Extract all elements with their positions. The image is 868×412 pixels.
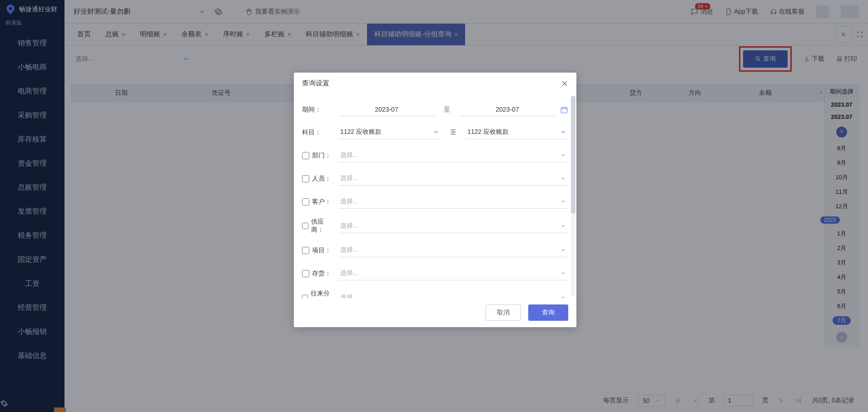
filter-select[interactable]: 选择...	[338, 219, 568, 233]
filter-row: 往来分类：选择...	[302, 285, 568, 298]
filter-checkbox[interactable]	[302, 222, 308, 230]
filter-select[interactable]: 选择...	[338, 266, 568, 280]
filter-row: 供应商：选择...	[302, 213, 568, 239]
filter-row: 部门：选择...	[302, 144, 568, 167]
period-row: 期间： 2023-07 至 2023-07	[302, 98, 568, 121]
filter-checkbox[interactable]	[302, 175, 309, 182]
chevron-down-icon	[560, 270, 566, 276]
cancel-button[interactable]: 取消	[486, 304, 521, 321]
filter-label[interactable]: 客户：	[302, 198, 334, 206]
filter-select[interactable]: 选择...	[338, 148, 568, 162]
filter-select[interactable]: 选择...	[338, 291, 568, 299]
filter-checkbox[interactable]	[302, 270, 309, 277]
filter-select[interactable]: 选择...	[338, 195, 568, 209]
filter-row: 客户：选择...	[302, 190, 568, 213]
chevron-down-icon	[560, 129, 566, 135]
filter-label[interactable]: 供应商：	[302, 218, 334, 234]
chevron-down-icon	[560, 294, 566, 299]
chevron-down-icon	[560, 223, 566, 229]
period-from-field[interactable]: 2023-07	[338, 103, 435, 116]
period-to-field[interactable]: 2023-07	[459, 103, 556, 116]
filter-label[interactable]: 项目：	[302, 246, 334, 255]
filter-label[interactable]: 存货：	[302, 270, 334, 278]
filter-checkbox[interactable]	[302, 294, 308, 298]
filter-row: 项目：选择...	[302, 239, 568, 262]
period-sep: 至	[439, 106, 455, 114]
filter-select[interactable]: 选择...	[338, 243, 568, 257]
filter-label[interactable]: 部门：	[302, 152, 334, 160]
subject-from-field[interactable]: 1122 应收账款	[338, 125, 441, 139]
filter-select[interactable]: 选择...	[338, 172, 568, 186]
confirm-query-button[interactable]: 查询	[528, 304, 568, 321]
filter-label[interactable]: 人员：	[302, 175, 334, 183]
filter-label[interactable]: 往来分类：	[302, 289, 334, 298]
modal-title: 查询设置	[302, 79, 329, 88]
modal-close-button[interactable]	[561, 80, 568, 87]
filter-checkbox[interactable]	[302, 152, 309, 159]
close-icon	[561, 80, 568, 87]
subject-sep: 至	[446, 128, 461, 137]
filter-row: 人员：选择...	[302, 167, 568, 190]
svg-rect-2	[561, 107, 567, 113]
filter-checkbox[interactable]	[302, 247, 309, 254]
subject-label: 科目：	[302, 128, 334, 137]
filter-row: 存货：选择...	[302, 262, 568, 285]
chevron-down-icon	[560, 175, 566, 181]
calendar-icon[interactable]	[560, 106, 568, 114]
chevron-down-icon	[560, 247, 566, 253]
chevron-down-icon	[433, 129, 439, 135]
subject-to-field[interactable]: 1122 应收账款	[466, 125, 568, 139]
chevron-down-icon	[560, 198, 566, 205]
query-settings-modal: 查询设置 期间： 2023-07 至 2023-07 科目： 1122 应收账款…	[294, 73, 576, 327]
chevron-down-icon	[560, 152, 566, 158]
period-label: 期间：	[302, 106, 334, 114]
subject-row: 科目： 1122 应收账款 至 1122 应收账款	[302, 121, 568, 144]
scrollbar-thumb[interactable]	[571, 96, 575, 214]
filter-checkbox[interactable]	[302, 198, 309, 206]
